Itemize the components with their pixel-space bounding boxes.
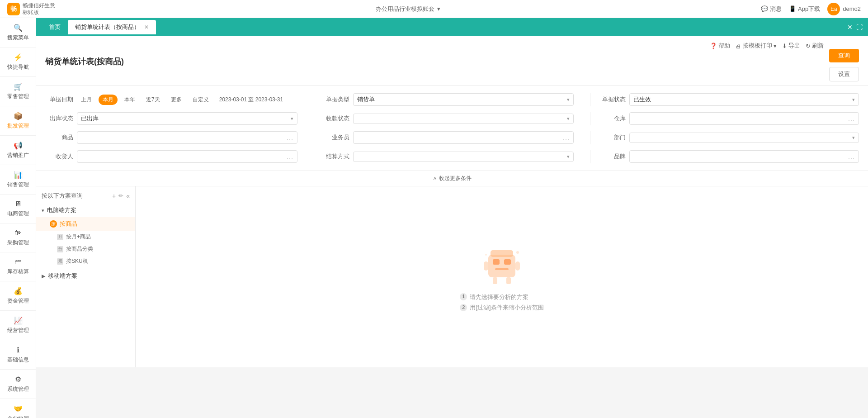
doc-type-label: 单据类型 [321,95,353,104]
content-body: 按以下方案查询 + ✏ « ▾ 电脑端方案 [36,186,868,367]
sidebar-item-wholesale[interactable]: 📦 批发管理 [0,106,36,136]
sub-item-by-month-goods[interactable]: 月 按月+商品 [36,231,135,243]
sidebar-item-retail[interactable]: 🛒 零售管理 [0,77,36,106]
sidebar-item-finance[interactable]: 💰 资金管理 [0,281,36,311]
date-pill-7days[interactable]: 近7天 [142,95,164,105]
date-pill-this-year[interactable]: 本年 [120,95,139,105]
tip-num-2: 2 [460,304,467,311]
sidebar-item-basic[interactable]: ℹ 基础信息 [0,340,36,370]
receipt-status-select[interactable]: ▾ [353,114,574,124]
help-btn[interactable]: ❓ 帮助 [710,42,730,50]
basic-icon: ℹ [17,346,19,354]
industry-selector[interactable]: 办公用品行业模拟账套 ▾ [376,5,440,13]
export-btn[interactable]: ⬇ 导出 [782,42,800,50]
collapse-bar[interactable]: ∧ 收起更多条件 [36,171,868,186]
add-scheme-btn[interactable]: + [112,192,116,200]
sidebar-item-inventory[interactable]: 🗃 库存核算 [0,252,36,281]
date-pill-more[interactable]: 更多 [167,95,186,105]
svg-rect-4 [484,261,488,271]
divider-5 [314,131,314,144]
out-status-select[interactable]: 已出库 ▾ [77,112,297,125]
tab-home[interactable]: 首页 [42,20,68,34]
top-bar-right: 💬 消息 📱 App下载 Ea demo2 [761,3,861,15]
sidebar-item-enterprise[interactable]: 🤝 企业协同 [0,399,36,418]
left-panel: 按以下方案查询 + ✏ « ▾ 电脑端方案 [36,186,136,367]
goods-input[interactable]: … [77,131,297,144]
doc-status-select[interactable]: 已生效 ▾ [629,93,859,106]
user-area[interactable]: Ea demo2 [827,3,861,15]
sidebar-item-quick-nav[interactable]: ⚡ 快捷导航 [0,48,36,77]
sidebar-item-ecommerce[interactable]: 🖥 电商管理 [0,195,36,223]
receipt-status-arrow-icon: ▾ [567,116,570,122]
wholesale-icon: 📦 [14,112,23,120]
dept-arrow-icon: ▾ [852,135,855,141]
empty-icon [479,241,524,286]
sidebar-item-operation[interactable]: 📈 经营管理 [0,311,36,340]
scheme-pc-arrow-icon: ▾ [42,208,44,214]
edit-scheme-btn[interactable]: ✏ [118,192,123,200]
doc-type-select[interactable]: 销货单 ▾ [353,93,574,106]
page-title: 销货单统计表(按商品) [45,56,124,67]
receiver-input[interactable]: … [77,150,297,163]
svg-rect-0 [488,255,515,277]
sidebar-item-system[interactable]: ⚙ 系统管理 [0,370,36,399]
app-download-btn[interactable]: 📱 App下载 [789,5,820,13]
divider-7 [314,150,314,163]
goods-dots[interactable]: … [286,133,293,142]
brand-input[interactable]: … [629,150,859,163]
scheme-item-by-goods[interactable]: 按 按商品 [36,217,135,231]
receiver-dots[interactable]: … [286,152,293,161]
scheme-group-pc-header[interactable]: ▾ 电脑端方案 [36,204,135,217]
divider-4 [590,112,590,125]
page-content: 销货单统计表(按商品) ❓ 帮助 🖨 按模板打印 ▾ ⬇ [36,36,868,418]
template-print-btn[interactable]: 🖨 按模板打印 ▾ [736,42,777,50]
tab-maximize-icon[interactable]: ⛶ [856,24,863,31]
tab-close-all-icon[interactable]: ✕ [847,24,853,31]
sidebar-item-sales[interactable]: 📊 销售管理 [0,165,36,195]
logo-text: 畅捷信好生意 标账版 [23,2,55,15]
date-pill-this-month[interactable]: 本月 [99,95,118,105]
svg-point-10 [485,254,487,256]
scheme-mobile-arrow-icon: ▶ [42,273,45,279]
svg-rect-7 [506,277,511,284]
settings-button[interactable]: 设置 [829,67,859,81]
salesperson-dots[interactable]: … [562,133,570,142]
doc-status-label: 单据状态 [598,95,629,104]
sub-item-by-goods-category[interactable]: 分 按商品分类 [36,243,135,255]
out-status-label: 出库状态 [45,114,77,123]
query-button[interactable]: 查询 [829,49,859,62]
message-btn[interactable]: 💬 消息 [761,5,782,13]
receiver-label: 收货人 [45,152,77,161]
message-icon: 💬 [761,5,768,12]
purchase-icon: 🛍 [14,229,22,237]
brand-dots[interactable]: … [848,152,855,161]
enterprise-icon: 🤝 [14,404,23,413]
tab-active[interactable]: 销货单统计表（按商品） ✕ [68,20,156,34]
payment-label: 结算方式 [321,152,353,161]
refresh-btn[interactable]: ↻ 刷新 [806,42,824,50]
warehouse-input[interactable]: … [629,112,859,125]
dropdown-icon[interactable]: ▾ [437,5,440,12]
page-header-actions: ❓ 帮助 🖨 按模板打印 ▾ ⬇ 导出 ↻ [710,42,824,50]
warehouse-dots[interactable]: … [848,114,855,123]
collapse-panel-btn[interactable]: « [126,192,130,200]
dept-select[interactable]: ▾ [629,133,859,143]
sub-item-by-sku[interactable]: 规 按SKU机 [36,255,135,267]
sidebar-item-purchase[interactable]: 🛍 采购管理 [0,223,36,252]
sidebar-item-marketing[interactable]: 📢 营销推广 [0,136,36,165]
payment-select[interactable]: ▾ [353,152,574,162]
action-buttons: 查询 设置 [829,42,859,81]
tab-close-icon[interactable]: ✕ [144,24,149,30]
template-print-dropdown-icon[interactable]: ▾ [774,43,777,49]
system-icon: ⚙ [15,375,21,384]
goods-label: 商品 [45,133,77,142]
left-panel-header: 按以下方案查询 + ✏ « [36,192,135,204]
date-pill-custom[interactable]: 自定义 [189,95,213,105]
scheme-group-mobile-header[interactable]: ▶ 移动端方案 [36,269,135,283]
sidebar-item-search[interactable]: 🔍 搜索菜单 [0,18,36,48]
brand-label: 品牌 [598,152,629,161]
out-status-value: 已出库 [81,114,99,123]
doc-type-value: 销货单 [357,95,375,104]
date-pill-prev-month[interactable]: 上月 [77,95,96,105]
salesperson-input[interactable]: … [353,131,574,144]
